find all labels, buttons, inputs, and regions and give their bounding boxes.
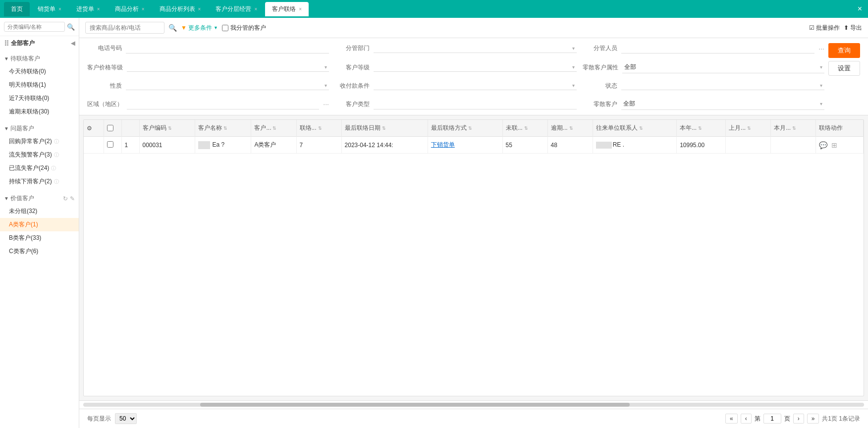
filter-area-dots[interactable]: ··· <box>323 100 329 108</box>
th-last-date-sort[interactable]: ⇅ <box>382 126 386 131</box>
sidebar-item-repurchase-abnormal[interactable]: 回购异常客户(2) ⓘ <box>0 135 79 148</box>
th-name-sort[interactable]: ⇅ <box>223 126 227 131</box>
link-sales-order[interactable]: 下销货单 <box>431 141 455 148</box>
filter-phone-input[interactable] <box>126 43 329 54</box>
filter-dept-select[interactable]: ▾ <box>374 44 577 53</box>
sidebar-problem-group[interactable]: ▼ 问题客户 <box>0 122 79 135</box>
sidebar-all-customers[interactable]: ⠿ 全部客户 ◀ <box>0 36 79 51</box>
th-level[interactable]: 客户... ⇅ <box>251 120 296 137</box>
current-page-input[interactable] <box>763 414 781 424</box>
filter-retail-select[interactable]: 全部 ▾ <box>621 98 824 110</box>
td-last-contact-method[interactable]: 下销货单 <box>428 137 502 154</box>
th-no-contact-sort[interactable]: ⇅ <box>524 126 528 131</box>
tab-sales-close[interactable]: × <box>58 6 61 12</box>
filter-nature-select[interactable]: ▾ <box>126 81 329 90</box>
sidebar-item-ungrouped[interactable]: 未分组(32) <box>0 205 79 218</box>
th-last-contact-date[interactable]: 最后联络日期 ⇅ <box>341 120 428 137</box>
select-all-checkbox[interactable] <box>107 125 113 131</box>
th-last-month[interactable]: 上月... ⇅ <box>726 120 771 137</box>
th-contact-count[interactable]: 联络... ⇅ <box>296 120 341 137</box>
filter-more-button[interactable]: ▼ 更多条件 ▼ <box>181 24 218 32</box>
sidebar-collapse-icon[interactable]: ◀ <box>71 40 75 47</box>
filter-area-input[interactable] <box>127 99 319 109</box>
batch-operations-button[interactable]: ☑ 批量操作 <box>809 24 840 32</box>
sidebar-item-churned[interactable]: 已流失客户(24) ⓘ <box>0 161 79 175</box>
sidebar-item-churn-warning[interactable]: 流失预警客户(3) ⓘ <box>0 148 79 161</box>
sidebar-search-icon[interactable]: 🔍 <box>67 23 75 31</box>
th-last-contact-method[interactable]: 最后联络方式 ⇅ <box>428 120 502 137</box>
value-edit-icon[interactable]: ✎ <box>70 195 75 202</box>
tab-customer-contact-close[interactable]: × <box>299 6 302 12</box>
th-overdue[interactable]: 逾期... ⇅ <box>547 120 593 137</box>
sidebar-pending-group[interactable]: ▼ 待联络客户 <box>0 53 79 65</box>
th-contact-count-sort[interactable]: ⇅ <box>318 126 322 131</box>
next-page-button[interactable]: › <box>793 414 804 424</box>
export-button[interactable]: ⬆ 导出 <box>844 24 862 32</box>
filter-price-level-select[interactable]: ▾ <box>127 63 329 72</box>
th-this-year-sort[interactable]: ⇅ <box>698 126 702 131</box>
tab-customer-contact[interactable]: 客户联络 × <box>265 2 309 16</box>
close-all-tabs[interactable]: × <box>856 2 864 15</box>
page-size-select[interactable]: 50 <box>115 413 137 424</box>
sidebar-item-c-class[interactable]: C类客户(6) <box>0 245 79 258</box>
sidebar-item-a-class[interactable]: A类客户(1) <box>0 218 79 231</box>
scroll-thumb[interactable] <box>200 403 630 407</box>
th-overdue-sort[interactable]: ⇅ <box>569 126 573 131</box>
th-this-month-sort[interactable]: ⇅ <box>792 126 796 131</box>
tab-goods-analysis-close[interactable]: × <box>142 6 145 12</box>
value-refresh-icon[interactable]: ↻ <box>63 195 68 202</box>
prev-page-button[interactable]: ‹ <box>741 414 752 424</box>
filter-retail-attr-select[interactable]: 全部 ▾ <box>622 61 824 73</box>
th-level-sort[interactable]: ⇅ <box>272 126 276 131</box>
comment-icon[interactable]: 💬 <box>819 141 827 149</box>
my-customers-filter[interactable]: 我分管的客户 <box>222 24 266 32</box>
th-contact-person[interactable]: 往来单位联系人 ⇅ <box>593 120 676 137</box>
tab-goods-analysis-list[interactable]: 商品分析列表 × <box>153 2 208 16</box>
th-last-month-sort[interactable]: ⇅ <box>747 126 751 131</box>
th-last-method-sort[interactable]: ⇅ <box>468 126 472 131</box>
filter-person-input[interactable] <box>621 43 814 54</box>
tab-goods-analysis-list-close[interactable]: × <box>198 6 201 12</box>
th-no-contact[interactable]: 未联... ⇅ <box>502 120 547 137</box>
filter-search-icon[interactable]: 🔍 <box>168 24 177 32</box>
th-code[interactable]: 客户编码 ⇅ <box>139 120 195 137</box>
my-customers-checkbox[interactable] <box>222 25 228 31</box>
tab-customer-segment[interactable]: 客户分层经营 × <box>209 2 264 16</box>
tab-sales[interactable]: 销货单 × <box>31 2 68 16</box>
filter-customer-type-input[interactable] <box>374 99 577 109</box>
settings-button[interactable]: 设置 <box>828 61 860 76</box>
query-button[interactable]: 查询 <box>828 43 860 58</box>
td-checkbox[interactable] <box>104 137 121 154</box>
sidebar-value-group[interactable]: ▼ 价值客户 ↻ ✎ <box>0 192 79 205</box>
sidebar-search-input[interactable] <box>4 22 65 32</box>
first-page-button[interactable]: « <box>725 414 738 424</box>
sidebar-item-tomorrow[interactable]: 明天待联络(1) <box>0 78 79 92</box>
scroll-bar[interactable] <box>83 403 864 407</box>
qr-icon[interactable]: ⊞ <box>831 141 837 149</box>
sidebar-item-b-class[interactable]: B类客户(33) <box>0 231 79 245</box>
th-this-year[interactable]: 本年... ⇅ <box>677 120 726 137</box>
sidebar-item-overdue[interactable]: 逾期未联络(30) <box>0 105 79 118</box>
sidebar-item-declining[interactable]: 持续下滑客户(2) ⓘ <box>0 175 79 188</box>
th-this-month[interactable]: 本月... ⇅ <box>771 120 816 137</box>
filter-customer-level-select[interactable]: ▾ <box>374 63 577 72</box>
last-page-button[interactable]: » <box>807 414 819 424</box>
tab-purchase[interactable]: 进货单 × <box>69 2 107 16</box>
th-code-sort[interactable]: ⇅ <box>168 126 172 131</box>
th-checkbox[interactable] <box>104 120 121 137</box>
filter-search-input[interactable] <box>85 22 164 34</box>
row-checkbox[interactable] <box>107 141 113 148</box>
filter-person-dots[interactable]: ··· <box>818 45 824 53</box>
th-name[interactable]: 客户名称 ⇅ <box>195 120 251 137</box>
th-settings[interactable]: ⚙ <box>84 120 104 137</box>
th-contact-person-sort[interactable]: ⇅ <box>639 126 643 131</box>
filter-payment-select[interactable]: ▾ <box>374 81 577 90</box>
filter-payment-chevron: ▾ <box>572 83 575 88</box>
tab-home[interactable]: 首页 <box>4 2 30 16</box>
tab-purchase-close[interactable]: × <box>97 6 100 12</box>
tab-customer-segment-close[interactable]: × <box>254 6 257 12</box>
sidebar-item-today[interactable]: 今天待联络(0) <box>0 65 79 78</box>
sidebar-item-week[interactable]: 近7天待联络(0) <box>0 92 79 105</box>
tab-goods-analysis[interactable]: 商品分析 × <box>108 2 152 16</box>
filter-status-select[interactable]: ▾ <box>621 81 824 90</box>
